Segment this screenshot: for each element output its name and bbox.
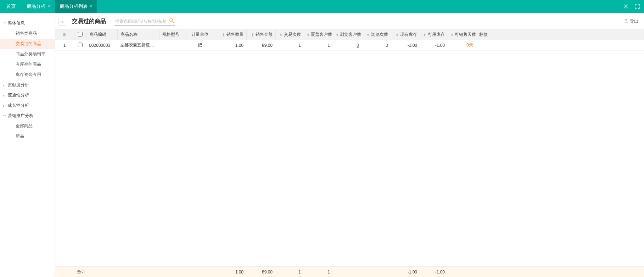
tab-product-analysis[interactable]: 商品分析 × — [22, 0, 55, 13]
totals-row: 合计: 1.00 89.00 1 1 -1.00 -1.00 — [55, 266, 644, 277]
col-stock[interactable]: ▲▼现有库存 — [391, 29, 420, 40]
tab-product-analysis-list[interactable]: 商品分析列表 × — [55, 0, 97, 13]
col-views[interactable]: ▲▼浏览次数 — [362, 29, 391, 40]
col-label: 销售金额 — [256, 32, 273, 37]
double-chevron-left-icon: « — [61, 19, 64, 24]
collapse-sidebar-button[interactable]: « — [58, 18, 66, 26]
tab-home[interactable]: 首页 — [0, 0, 22, 13]
totals-label: 合计: — [74, 269, 86, 275]
col-select-all[interactable] — [74, 29, 86, 40]
sidebar-group-liquidity: › 流通性分析 — [0, 90, 55, 100]
sidebar-group-label: 整体信息 — [8, 20, 25, 26]
col-name[interactable]: 商品名称 — [117, 29, 159, 40]
sidebar-group-header[interactable]: ﹀ 整体信息 — [0, 18, 55, 28]
sidebar-item-traded-products[interactable]: 交易过的商品 — [0, 39, 55, 49]
cell-views: 0 — [362, 40, 391, 51]
table-wrap: ⚙ 商品编码 商品名称 规格型号 计量单位 ▲▼销售数量 ▲▼销售金额 ▲▼交易… — [55, 29, 644, 266]
table-row[interactable]: 1 002600003 左都胶囊五折遮阳伞防晒伞; 把 1.00 89.00 1… — [55, 40, 644, 51]
svg-point-0 — [170, 19, 173, 22]
totals-customers: 1 — [304, 270, 333, 275]
search-input[interactable] — [114, 17, 175, 26]
sidebar-group-label: 营销推广分析 — [8, 113, 33, 119]
col-label: 销售数量 — [226, 32, 243, 37]
sort-icon: ▲▼ — [280, 33, 282, 37]
cell-qty: 1.00 — [214, 40, 246, 51]
col-label: 覆盖客户数 — [311, 32, 332, 37]
totals-stock: -1.00 — [391, 270, 420, 275]
col-tag[interactable]: 标签 — [476, 29, 644, 40]
sidebar-item-label: 交易过的商品 — [16, 41, 41, 46]
col-browse-customers[interactable]: ▲▼浏览客户数 — [333, 29, 362, 40]
row-checkbox[interactable] — [78, 43, 83, 47]
sidebar-item-stock-capital[interactable]: 库存资金占用 — [0, 70, 55, 80]
chevron-right-icon: › — [3, 83, 4, 87]
col-label: 可用库存 — [428, 32, 445, 37]
col-label: 交易次数 — [284, 32, 301, 37]
col-trades[interactable]: ▲▼交易次数 — [275, 29, 304, 40]
fullscreen-icon[interactable] — [633, 2, 641, 10]
col-qty[interactable]: ▲▼销售数量 — [214, 29, 246, 40]
col-sellable-days[interactable]: ▲▼可销售天数 — [448, 29, 476, 40]
sort-icon: ▲▼ — [367, 33, 370, 37]
col-unit[interactable]: 计量单位 — [186, 29, 214, 40]
sidebar-item-label: 新品 — [16, 134, 24, 139]
close-icon[interactable]: × — [90, 4, 92, 9]
chevron-right-icon: › — [3, 93, 4, 97]
tab-label: 商品分析 — [27, 3, 45, 10]
cell-spec — [159, 40, 186, 51]
col-customers[interactable]: ▲▼覆盖客户数 — [304, 29, 333, 40]
sidebar-item-with-stock[interactable]: 有库存的商品 — [0, 59, 55, 70]
cell-code: 002600003 — [86, 40, 117, 51]
tab-bar: 首页 商品分析 × 商品分析列表 × — [0, 0, 644, 13]
col-settings[interactable]: ⚙ — [55, 29, 74, 40]
export-label: 导出 — [630, 18, 638, 24]
sidebar-group-header[interactable]: › 流通性分析 — [0, 90, 55, 100]
sidebar-item-sales-products[interactable]: 销售类商品 — [0, 28, 55, 39]
browse-customers-link[interactable]: 0 — [357, 43, 359, 48]
cell-unit: 把 — [186, 40, 214, 51]
data-table: ⚙ 商品编码 商品名称 规格型号 计量单位 ▲▼销售数量 ▲▼销售金额 ▲▼交易… — [55, 29, 644, 51]
sort-icon: ▲▼ — [222, 33, 225, 37]
sort-icon: ▲▼ — [336, 33, 339, 37]
search-wrap — [114, 17, 175, 26]
cell-stock: -1.00 — [391, 40, 420, 51]
sort-icon: ▲▼ — [307, 33, 310, 37]
col-label: 现有库存 — [400, 32, 417, 37]
col-label: 浏览次数 — [371, 32, 388, 37]
sidebar-item-all-products[interactable]: 全部商品 — [0, 121, 55, 131]
chevron-right-icon: › — [3, 104, 4, 107]
cell-trades: 1 — [275, 40, 304, 51]
sort-icon: ▲▼ — [424, 33, 426, 37]
cell-select[interactable] — [74, 40, 86, 51]
close-icon[interactable]: × — [47, 4, 50, 9]
sidebar-item-label: 有库存的商品 — [16, 62, 41, 67]
close-all-icon[interactable] — [622, 2, 630, 10]
col-available[interactable]: ▲▼可用库存 — [420, 29, 448, 40]
cell-browse-customers[interactable]: 0 — [333, 40, 362, 51]
cell-amount: 89.00 — [246, 40, 275, 51]
tab-bar-actions — [622, 0, 644, 13]
sidebar-group-header[interactable]: › 成长性分析 — [0, 100, 55, 111]
col-code[interactable]: 商品编码 — [86, 29, 117, 40]
totals-trades: 1 — [275, 270, 304, 275]
table-header: ⚙ 商品编码 商品名称 规格型号 计量单位 ▲▼销售数量 ▲▼销售金额 ▲▼交易… — [55, 29, 644, 40]
search-icon[interactable] — [169, 18, 174, 24]
cell-sellable-days: 0天 — [448, 40, 476, 51]
col-label: 商品名称 — [121, 32, 138, 37]
sidebar-item-new-products[interactable]: 新品 — [0, 131, 55, 142]
totals-available: -1.00 — [420, 270, 448, 275]
select-all-checkbox[interactable] — [78, 32, 83, 37]
content: « 交易过的商品 导出 — [55, 13, 644, 277]
sidebar-group-contribution: › 贡献度分析 — [0, 80, 55, 90]
cell-customers: 1 — [304, 40, 333, 51]
sidebar-group-header[interactable]: › 贡献度分析 — [0, 80, 55, 90]
col-amount[interactable]: ▲▼销售金额 — [246, 29, 275, 40]
main-area: ﹀ 整体信息 销售类商品 交易过的商品 商品分类动销率 有库存的商品 库存资金占… — [0, 13, 644, 277]
col-spec[interactable]: 规格型号 — [159, 29, 186, 40]
sidebar-group-header[interactable]: ﹀ 营销推广分析 — [0, 111, 55, 121]
cell-available: -1.00 — [420, 40, 448, 51]
sidebar-item-category-turnover[interactable]: 商品分类动销率 — [0, 49, 55, 59]
col-label: 商品编码 — [89, 32, 106, 37]
svg-line-1 — [173, 22, 174, 23]
export-button[interactable]: 导出 — [624, 18, 638, 24]
